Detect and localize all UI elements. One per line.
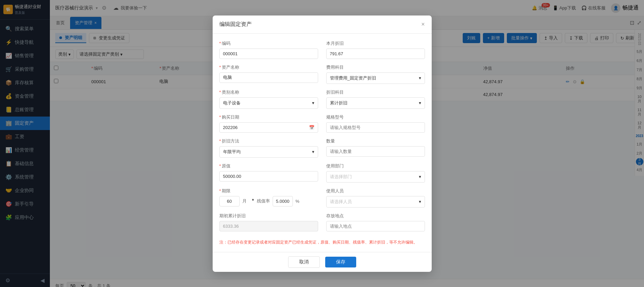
depr-method-label: * 折旧方法: [219, 138, 318, 144]
form-group-current-depr: 本月折旧: [326, 40, 425, 59]
expense-account-dropdown: ▾: [419, 75, 421, 81]
form-group-period-accum-depr: 期初累计折旧: [219, 213, 318, 231]
location-input[interactable]: [326, 221, 425, 231]
modal-footer: 取消 保存: [213, 252, 432, 272]
depr-account-select[interactable]: 累计折旧 ▾: [326, 97, 425, 109]
category-select[interactable]: 电子设备 ▾: [219, 97, 318, 109]
code-label: * 编码: [219, 40, 318, 46]
residual-rate-label: 残值率: [257, 198, 270, 204]
form-group-location: 存放地点: [326, 213, 425, 231]
modal-body: * 编码 本月折旧 * 资产名称: [213, 34, 432, 252]
quantity-input[interactable]: [326, 146, 425, 157]
asset-name-input[interactable]: [219, 72, 318, 83]
modal-close-btn[interactable]: ×: [421, 21, 425, 28]
form-group-asset-name: * 资产名称: [219, 64, 318, 84]
dept-label: 使用部门: [326, 163, 425, 169]
spec-input[interactable]: [326, 122, 425, 133]
period-accum-depr-input: [219, 221, 318, 231]
modal-overlay: 编辑固定资产 × * 编码 本月折旧 *: [0, 0, 644, 287]
asset-name-label: * 资产名称: [219, 64, 318, 70]
quantity-label: 数量: [326, 138, 425, 144]
purchase-date-picker[interactable]: 202206 📅: [219, 122, 318, 133]
category-value: 电子设备: [223, 100, 241, 106]
expense-account-label: 费用科目: [326, 64, 425, 70]
form-group-purchase-date: * 购买日期 202206 📅: [219, 114, 318, 133]
modal-note: 注：已经存在变更记录或者对应固定资产已经生成凭证，原值、购买日期、残值率、累计折…: [219, 237, 425, 245]
depr-method-dropdown: ▾: [312, 149, 314, 154]
user-select[interactable]: 请选择人员 ▾: [326, 196, 425, 208]
cancel-button[interactable]: 取消: [288, 256, 320, 268]
residual-star: *: [252, 198, 254, 204]
depr-method-value: 年限平均: [223, 149, 241, 155]
save-button[interactable]: 保存: [325, 257, 356, 267]
period-accum-depr-label: 期初累计折旧: [219, 213, 318, 219]
edit-asset-modal: 编辑固定资产 × * 编码 本月折旧 *: [213, 15, 432, 272]
calendar-icon: 📅: [309, 125, 314, 130]
modal-title: 编辑固定资产: [219, 21, 252, 28]
depr-account-dropdown: ▾: [419, 100, 421, 105]
depr-account-label: 折旧科目: [326, 89, 425, 95]
residual-rate-input[interactable]: [273, 196, 293, 206]
form-group-expense-account: 费用科目 管理费用_固定资产折旧 ▾: [326, 64, 425, 84]
user-placeholder: 请选择人员: [330, 199, 352, 205]
dept-select[interactable]: 请选择部门 ▾: [326, 171, 425, 183]
original-value-label: * 原值: [219, 163, 318, 169]
user-label: 使用人员: [326, 188, 425, 194]
current-depr-input[interactable]: [326, 49, 425, 59]
form-group-code: * 编码: [219, 40, 318, 59]
code-input[interactable]: [219, 49, 318, 59]
residual-unit: %: [296, 199, 300, 204]
category-dropdown: ▾: [312, 100, 314, 105]
form-group-depr-account: 折旧科目 累计折旧 ▾: [326, 89, 425, 109]
spec-label: 规格型号: [326, 114, 425, 120]
depr-method-select[interactable]: 年限平均 ▾: [219, 146, 318, 158]
user-dropdown: ▾: [419, 199, 421, 204]
form-group-original-value: * 原值: [219, 163, 318, 183]
category-label: * 类别名称: [219, 89, 318, 95]
modal-header: 编辑固定资产 ×: [213, 15, 432, 34]
purchase-date-value: 202206: [223, 125, 238, 130]
form-group-category: * 类别名称 电子设备 ▾: [219, 89, 318, 109]
expense-account-select[interactable]: 管理费用_固定资产折旧 ▾: [326, 72, 425, 84]
current-depr-label: 本月折旧: [326, 40, 425, 46]
form-group-quantity: 数量: [326, 138, 425, 158]
location-label: 存放地点: [326, 213, 425, 219]
form-group-period: * 期限 月 * 残值率 %: [219, 188, 318, 208]
dept-placeholder: 请选择部门: [330, 174, 352, 180]
form-group-user: 使用人员 请选择人员 ▾: [326, 188, 425, 208]
period-label: * 期限: [219, 188, 318, 194]
form-group-dept: 使用部门 请选择部门 ▾: [326, 163, 425, 183]
period-row: 月 * 残值率 %: [219, 196, 318, 206]
form-group-spec: 规格型号: [326, 114, 425, 133]
period-unit: 月: [242, 198, 247, 204]
purchase-date-label: * 购买日期: [219, 114, 318, 120]
original-value-input[interactable]: [219, 171, 318, 182]
depr-account-value: 累计折旧: [330, 100, 347, 106]
dept-dropdown: ▾: [419, 174, 421, 179]
expense-account-value: 管理费用_固定资产折旧: [330, 75, 376, 81]
form-group-depr-method: * 折旧方法 年限平均 ▾: [219, 138, 318, 158]
period-input[interactable]: [219, 196, 240, 206]
